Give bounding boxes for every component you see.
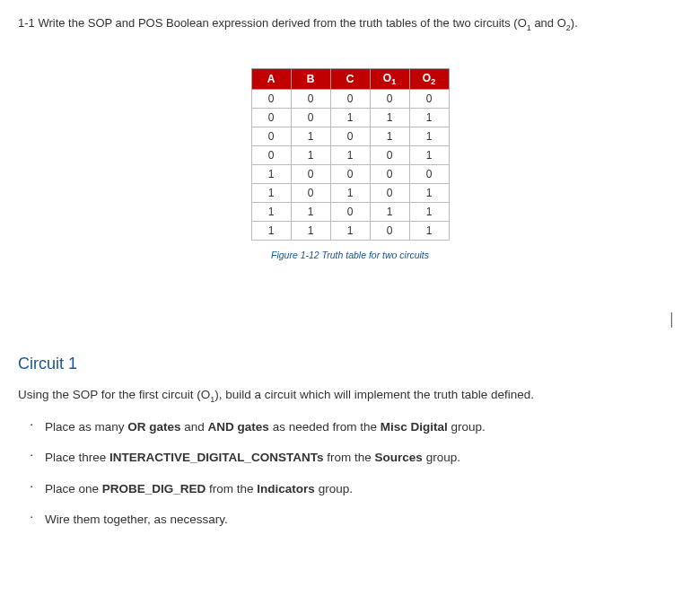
- table-cell: 1: [409, 221, 449, 240]
- table-cell: 0: [251, 145, 291, 164]
- table-row: 10101: [251, 183, 449, 202]
- table-cell: 0: [409, 164, 449, 183]
- table-cell: 1: [291, 127, 330, 145]
- table-cell: 0: [291, 89, 330, 108]
- table-cell: 1: [251, 202, 291, 221]
- table-cell: 1: [409, 183, 449, 202]
- question-text: 1-1 Write the SOP and POS Boolean expres…: [18, 16, 682, 32]
- table-row: 00000: [251, 89, 449, 108]
- table-cell: 0: [370, 164, 409, 183]
- truth-table: A B C O1 O2 0000000111010110110110000101…: [251, 68, 450, 241]
- truth-table-container: A B C O1 O2 0000000111010110110110000101…: [18, 68, 682, 260]
- th-b: B: [291, 68, 330, 89]
- table-caption: Figure 1-12 Truth table for two circuits: [271, 250, 429, 260]
- table-cell: 1: [330, 108, 370, 127]
- table-cell: 0: [330, 89, 370, 108]
- table-row: 10000: [251, 164, 449, 183]
- table-cell: 1: [409, 108, 449, 127]
- table-cell: 1: [409, 127, 449, 145]
- table-header-row: A B C O1 O2: [251, 68, 449, 89]
- circuit-intro: Using the SOP for the first circuit (O1)…: [18, 386, 682, 406]
- table-cell: 1: [409, 145, 449, 164]
- table-row: 01101: [251, 145, 449, 164]
- table-cell: 0: [330, 202, 370, 221]
- table-cell: 0: [370, 145, 409, 164]
- q-mid: and O: [531, 16, 566, 30]
- table-row: 11101: [251, 221, 449, 240]
- list-item: Place as many OR gates and AND gates as …: [34, 418, 682, 436]
- q-before: 1-1 Write the SOP and POS Boolean expres…: [18, 16, 527, 30]
- th-c: C: [330, 68, 370, 89]
- table-cell: 0: [251, 108, 291, 127]
- table-cell: 1: [370, 108, 409, 127]
- table-cell: 0: [291, 164, 330, 183]
- table-row: 00111: [251, 108, 449, 127]
- list-item: Place three INTERACTIVE_DIGITAL_CONSTANT…: [34, 449, 682, 467]
- table-cell: 0: [330, 164, 370, 183]
- table-cell: 1: [251, 183, 291, 202]
- table-cell: 1: [291, 221, 330, 240]
- table-row: 11011: [251, 202, 449, 221]
- table-cell: 1: [291, 202, 330, 221]
- table-cell: 0: [370, 183, 409, 202]
- table-cell: 0: [291, 183, 330, 202]
- table-cell: 0: [251, 89, 291, 108]
- table-cell: 1: [409, 202, 449, 221]
- q-after: ).: [571, 16, 578, 30]
- table-cell: 0: [370, 89, 409, 108]
- table-row: 01011: [251, 127, 449, 145]
- text-cursor: |: [669, 310, 673, 329]
- table-body: 0000000111010110110110000101011101111101: [251, 89, 449, 240]
- circuit-heading: Circuit 1: [18, 355, 682, 373]
- th-o2: O2: [409, 68, 449, 89]
- table-cell: 1: [251, 164, 291, 183]
- table-cell: 0: [409, 89, 449, 108]
- table-cell: 1: [330, 183, 370, 202]
- table-cell: 0: [251, 127, 291, 145]
- table-cell: 0: [370, 221, 409, 240]
- table-cell: 0: [330, 127, 370, 145]
- table-cell: 0: [291, 108, 330, 127]
- table-cell: 1: [330, 221, 370, 240]
- instruction-list: Place as many OR gates and AND gates as …: [18, 418, 682, 529]
- list-item: Place one PROBE_DIG_RED from the Indicat…: [34, 480, 682, 498]
- table-cell: 1: [291, 145, 330, 164]
- list-item: Wire them together, as necessary.: [34, 511, 682, 529]
- th-a: A: [251, 68, 291, 89]
- table-cell: 1: [370, 127, 409, 145]
- table-cell: 1: [251, 221, 291, 240]
- table-cell: 1: [330, 145, 370, 164]
- th-o1: O1: [370, 68, 409, 89]
- table-cell: 1: [370, 202, 409, 221]
